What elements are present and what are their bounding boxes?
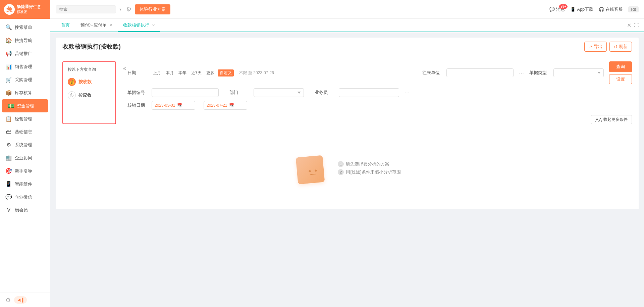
sidebar-collapse-button[interactable]: ◀▐ bbox=[14, 296, 27, 304]
guide-icon: 🎯 bbox=[5, 168, 12, 174]
enterprise-icon: 🏢 bbox=[5, 155, 12, 161]
operation-icon: 📋 bbox=[5, 116, 12, 122]
sidebar-item-guide[interactable]: 🎯新手引导 bbox=[0, 164, 50, 177]
hint-text-1: 请先选择要分析的方案 bbox=[346, 161, 389, 167]
basic-icon: 🗃 bbox=[5, 129, 12, 135]
partner-ellipsis-icon[interactable]: ··· bbox=[519, 69, 524, 76]
refresh-button[interactable]: ↺ 刷新 bbox=[609, 42, 632, 52]
tabbar-close-all-icon[interactable]: ✕ bbox=[627, 22, 631, 29]
collapse-more-button[interactable]: ⋀⋀ 收起更多条件 bbox=[591, 115, 632, 124]
query-button[interactable]: 查询 bbox=[609, 61, 632, 72]
doc-number-label: 单据编号 bbox=[127, 90, 146, 96]
date-custom-btn[interactable]: 自定义 bbox=[218, 69, 234, 76]
refresh-icon: ↺ bbox=[614, 44, 618, 49]
headset-icon: 🎧 bbox=[599, 7, 604, 12]
empty-eye-left bbox=[309, 170, 311, 172]
topbar-chevron-icon[interactable]: ▾ bbox=[119, 7, 121, 12]
verify-date-end-input[interactable]: 2023-07-21 📅 bbox=[204, 101, 247, 110]
query-type-by-receivable[interactable]: ⏱ 按应收 bbox=[63, 89, 115, 102]
sidebar-item-sales[interactable]: 📊销售管理 bbox=[0, 60, 50, 73]
setting-button[interactable]: 设置 bbox=[609, 74, 632, 84]
hardware-icon: 📱 bbox=[5, 181, 12, 187]
user-info[interactable]: Rit bbox=[628, 6, 639, 12]
app-download-button[interactable]: 📱 App下载 bbox=[570, 6, 593, 12]
solution-button[interactable]: 体验行业方案 bbox=[135, 4, 170, 14]
doc-number-input[interactable] bbox=[152, 88, 219, 97]
service-label: 在线客服 bbox=[605, 6, 623, 12]
verify-date-start-input[interactable]: 2023-03-01 📅 bbox=[152, 101, 195, 110]
sidebar-label-member: 畅会员 bbox=[15, 207, 28, 213]
sidebar-item-member[interactable]: V畅会员 bbox=[0, 204, 50, 216]
sidebar-item-enterprise[interactable]: 🏢企业协同 bbox=[0, 151, 50, 164]
date-last-7-days-btn[interactable]: 近7天 bbox=[190, 69, 203, 76]
sidebar-item-shortcut[interactable]: 🏠快捷导航 bbox=[0, 34, 50, 47]
tab-receipt-close-icon[interactable]: ✕ bbox=[152, 23, 155, 28]
doc-type-select[interactable] bbox=[553, 68, 604, 77]
export-button[interactable]: ↗ 导出 bbox=[584, 42, 607, 52]
topbar-gear-icon[interactable]: ⚙ bbox=[126, 6, 131, 13]
sidebar-label-search: 搜索菜单 bbox=[15, 24, 32, 31]
query-type-receivable-label: 按应收 bbox=[78, 92, 92, 98]
sidebar-item-hardware[interactable]: 📱智能硬件 bbox=[0, 177, 50, 191]
department-select[interactable] bbox=[254, 88, 304, 97]
main-area: ▾ ⚙ 体验行业方案 💬 消息 99+ 📱 App下载 🎧 在线客服 Rit 首… bbox=[50, 0, 644, 307]
verify-date-label: 核销日期 bbox=[127, 102, 146, 108]
search-icon: 🔍 bbox=[5, 24, 12, 31]
tab-home[interactable]: 首页 bbox=[56, 19, 75, 32]
empty-illustration bbox=[293, 150, 327, 183]
date-range-hint: 不限 至 2023-07-26 bbox=[239, 70, 274, 76]
message-button[interactable]: 💬 消息 99+ bbox=[549, 6, 565, 12]
tab-receipt[interactable]: 收款核销执行 ✕ bbox=[118, 19, 160, 32]
sidebar-item-search[interactable]: 🔍搜索菜单 bbox=[0, 21, 50, 34]
sidebar-item-inventory[interactable]: 📦库存核算 bbox=[0, 86, 50, 99]
date-last-month-btn[interactable]: 上月 bbox=[152, 69, 162, 76]
query-type-panel: 按以下方案查询 💰 按收款 ⏱ 按应收 bbox=[62, 61, 116, 124]
tab-prepay-label: 预付冲应付单 bbox=[80, 22, 107, 28]
tab-prepay[interactable]: 预付冲应付单 ✕ bbox=[75, 19, 118, 32]
sidebar-label-marketing: 营销推广 bbox=[15, 51, 32, 57]
marketing-icon: 📢 bbox=[5, 50, 12, 57]
wechat-icon: 💬 bbox=[5, 194, 12, 200]
app-logo-icon: 兔 bbox=[4, 4, 15, 15]
date-this-year-btn[interactable]: 本年 bbox=[177, 69, 188, 76]
page-title-bar: 收款核销执行(按收款) ↗ 导出 ↺ 刷新 bbox=[56, 38, 639, 56]
sidebar-item-finance[interactable]: 💵资金管理 bbox=[2, 99, 48, 112]
calendar-start-icon[interactable]: 📅 bbox=[177, 103, 182, 108]
sidebar-item-system[interactable]: ⚙系统管理 bbox=[0, 138, 50, 151]
date-this-month-btn[interactable]: 本月 bbox=[164, 69, 175, 76]
tabbar-actions: ✕ ⛶ bbox=[627, 22, 639, 29]
tabbar-expand-icon[interactable]: ⛶ bbox=[634, 22, 639, 28]
sidebar-item-wechat[interactable]: 💬企业微信 bbox=[0, 191, 50, 204]
empty-box-face bbox=[304, 165, 322, 180]
sidebar-label-operation: 经营管理 bbox=[15, 116, 32, 122]
empty-hints: 1 请先选择要分析的方案 2 用[过滤]条件来缩小分析范围 bbox=[338, 161, 400, 177]
hint-text-2: 用[过滤]条件来缩小分析范围 bbox=[346, 169, 400, 175]
sidebar-item-operation[interactable]: 📋经营管理 bbox=[0, 112, 50, 125]
calendar-end-icon[interactable]: 📅 bbox=[229, 103, 234, 108]
page-title: 收款核销执行(按收款) bbox=[62, 43, 121, 51]
date-more-btn[interactable]: 更多 bbox=[205, 69, 216, 76]
verify-date-start-value: 2023-03-01 bbox=[155, 103, 175, 108]
hint-num-2: 2 bbox=[338, 169, 344, 175]
empty-hint-2: 2 用[过滤]条件来缩小分析范围 bbox=[338, 169, 400, 175]
sidebar-label-basic: 基础信息 bbox=[15, 129, 32, 135]
date-separator: — bbox=[197, 103, 202, 108]
service-button[interactable]: 🎧 在线客服 bbox=[599, 6, 623, 12]
member-icon: V bbox=[5, 207, 12, 213]
collapse-more-row: ⋀⋀ 收起更多条件 bbox=[127, 114, 632, 124]
sidebar-item-basic[interactable]: 🗃基础信息 bbox=[0, 125, 50, 138]
query-type-by-receipt[interactable]: 💰 按收款 bbox=[63, 75, 115, 89]
topbar-right: 💬 消息 99+ 📱 App下载 🎧 在线客服 Rit bbox=[549, 6, 639, 12]
salesperson-ellipsis-icon[interactable]: ··· bbox=[405, 89, 410, 96]
panel-collapse-arrow[interactable]: « bbox=[121, 65, 127, 72]
message-icon: 💬 bbox=[549, 7, 555, 12]
sidebar-item-marketing[interactable]: 📢营销推广 bbox=[0, 47, 50, 60]
partner-input[interactable] bbox=[446, 68, 514, 77]
tab-prepay-close-icon[interactable]: ✕ bbox=[109, 23, 112, 28]
salesperson-input[interactable] bbox=[339, 88, 399, 97]
mobile-icon: 📱 bbox=[570, 7, 576, 12]
inventory-icon: 📦 bbox=[5, 90, 12, 96]
topbar-search-input[interactable] bbox=[56, 5, 116, 13]
settings-icon[interactable]: ⚙ bbox=[5, 296, 11, 304]
sidebar-item-purchase[interactable]: 🛒采购管理 bbox=[0, 73, 50, 86]
